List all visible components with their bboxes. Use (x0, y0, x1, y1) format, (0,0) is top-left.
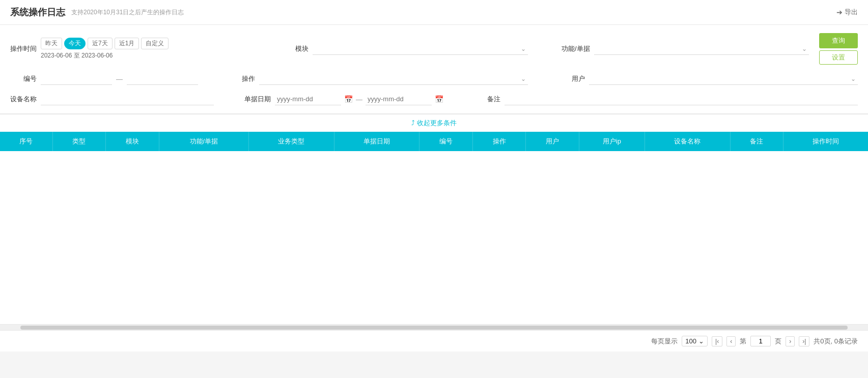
page-label: 第 (740, 337, 746, 346)
calendar-start-icon[interactable]: 📅 (344, 95, 353, 103)
scrollbar-area[interactable] (0, 324, 868, 330)
last-page-button[interactable]: ›| (799, 336, 809, 346)
collapse-label: 收起更多条件 (417, 119, 457, 127)
time-btn-7days[interactable]: 近7天 (88, 38, 113, 49)
remark-label: 备注 (474, 95, 505, 104)
col-index: 序号 (0, 132, 52, 151)
filter-row-3: 设备名称 单据日期 📅 — 📅 备注 (10, 93, 858, 105)
module-select[interactable]: ⌄ (313, 43, 527, 55)
page-number-input[interactable] (750, 336, 771, 346)
col-user-ip: 用户ip (579, 132, 645, 151)
number-input-end[interactable] (127, 73, 198, 85)
time-btn-today[interactable]: 今天 (64, 38, 86, 49)
table-header-row: 序号 类型 模块 功能/单据 业务类型 单据日期 编号 操作 用户 用户ip 设… (0, 132, 868, 151)
filter-row-1: 操作时间 昨天 今天 近7天 近1月 自定义 2023-06-06 至 2023… (10, 33, 858, 65)
time-label: 操作时间 (10, 44, 41, 53)
device-input[interactable] (41, 93, 214, 105)
page-header: 系统操作日志 支持2020年10月31日之后产生的操作日志 ➔ 导出 (0, 0, 868, 25)
time-btn-yesterday[interactable]: 昨天 (41, 38, 62, 49)
col-module: 模块 (106, 132, 159, 151)
func-arrow-icon: ⌄ (802, 45, 807, 52)
next-page-button[interactable]: › (786, 336, 795, 346)
col-type: 类型 (52, 132, 105, 151)
func-label: 功能/单据 (558, 44, 594, 53)
module-label: 模块 (282, 44, 313, 53)
collapse-icon: ⤴ (411, 119, 415, 127)
date-end-input[interactable] (366, 93, 432, 105)
module-arrow-icon: ⌄ (521, 45, 526, 52)
time-btn-custom[interactable]: 自定义 (141, 38, 169, 49)
date-start-input[interactable] (275, 93, 341, 105)
col-remark: 备注 (730, 132, 783, 151)
col-op-time: 操作时间 (783, 132, 868, 151)
number-dash: — (116, 75, 123, 83)
page-size-select[interactable]: 100 ⌄ (682, 336, 708, 346)
pagination-bar: 每页显示 100 ⌄ |‹ ‹ 第 页 › ›| 共0页, 0条记录 (0, 330, 868, 352)
export-icon: ➔ (836, 8, 843, 16)
collapse-bar[interactable]: ⤴ 收起更多条件 (0, 114, 868, 132)
page-size-arrow-icon: ⌄ (698, 337, 704, 345)
calendar-end-icon[interactable]: 📅 (435, 95, 443, 103)
operation-arrow-icon: ⌄ (521, 75, 526, 82)
date-label: 单据日期 (244, 95, 275, 104)
number-input-start[interactable] (41, 73, 112, 85)
col-doc-date: 单据日期 (334, 132, 419, 151)
device-label: 设备名称 (10, 95, 41, 104)
page-subtitle: 支持2020年10月31日之后产生的操作日志 (71, 8, 184, 17)
date-dash: — (356, 96, 362, 103)
table-section: 序号 类型 模块 功能/单据 业务类型 单据日期 编号 操作 用户 用户ip 设… (0, 132, 868, 324)
scrollbar-thumb[interactable] (20, 326, 848, 330)
col-device: 设备名称 (645, 132, 730, 151)
empty-area (0, 151, 868, 324)
page-unit: 页 (775, 337, 781, 346)
user-select[interactable]: ⌄ (589, 73, 858, 85)
col-number: 编号 (419, 132, 472, 151)
col-user: 用户 (526, 132, 579, 151)
prev-page-button[interactable]: ‹ (726, 336, 736, 346)
table-header: 序号 类型 模块 功能/单据 业务类型 单据日期 编号 操作 用户 用户ip 设… (0, 132, 868, 151)
operation-select[interactable]: ⌄ (259, 73, 528, 85)
data-table: 序号 类型 模块 功能/单据 业务类型 单据日期 编号 操作 用户 用户ip 设… (0, 132, 868, 151)
user-label: 用户 (558, 74, 589, 83)
filter-section: 操作时间 昨天 今天 近7天 近1月 自定义 2023-06-06 至 2023… (0, 25, 868, 114)
col-biz-type: 业务类型 (249, 132, 334, 151)
action-buttons: 查询 设置 (819, 33, 858, 65)
page-size-label: 每页显示 (651, 337, 678, 346)
settings-button[interactable]: 设置 (819, 50, 858, 65)
col-operation: 操作 (472, 132, 525, 151)
filter-row-2: 编号 — 操作 ⌄ 用户 ⌄ (10, 73, 858, 85)
total-info: 共0页, 0条记录 (814, 337, 858, 346)
first-page-button[interactable]: |‹ (712, 336, 722, 346)
time-btn-1month[interactable]: 近1月 (115, 38, 139, 49)
time-filter-group: 昨天 今天 近7天 近1月 自定义 2023-06-06 至 2023-06-0… (41, 38, 251, 60)
remark-input[interactable] (505, 93, 858, 105)
time-buttons: 昨天 今天 近7天 近1月 自定义 (41, 38, 251, 49)
user-arrow-icon: ⌄ (851, 75, 856, 82)
query-button[interactable]: 查询 (819, 33, 858, 48)
time-range-display: 2023-06-06 至 2023-06-06 (41, 51, 251, 60)
export-button[interactable]: ➔ 导出 (836, 8, 858, 17)
number-label: 编号 (10, 74, 41, 83)
operation-label: 操作 (229, 74, 259, 83)
page-size-value: 100 (685, 337, 696, 345)
func-select[interactable]: ⌄ (594, 43, 809, 55)
col-func: 功能/单据 (159, 132, 248, 151)
page-title: 系统操作日志 (10, 6, 65, 18)
